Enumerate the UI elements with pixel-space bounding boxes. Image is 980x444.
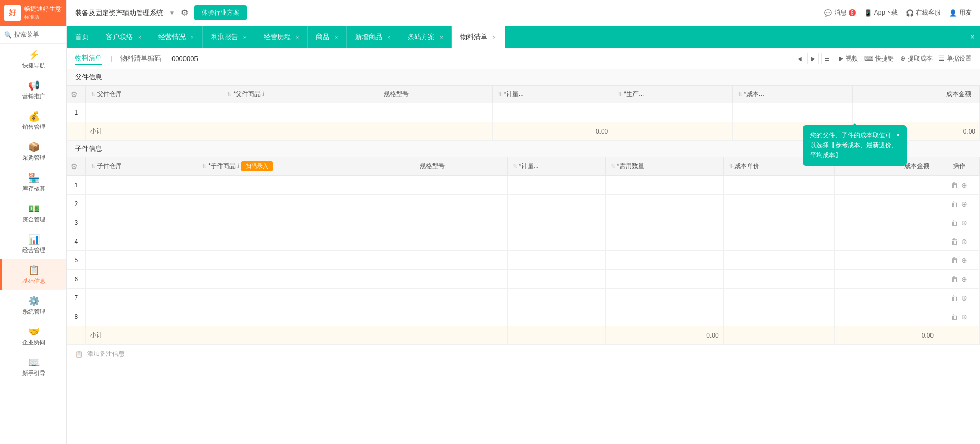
app-download-item[interactable]: 📱 App下载 xyxy=(864,8,898,17)
tab-home[interactable]: 首页 xyxy=(67,26,97,48)
delete-icon-4[interactable]: 🗑 xyxy=(951,237,958,246)
child-cell-qty-7[interactable] xyxy=(605,289,723,307)
parent-cell-spec-1[interactable] xyxy=(379,103,492,122)
copy-icon-5[interactable]: ⊕ xyxy=(961,256,967,265)
child-cell-qty-3[interactable] xyxy=(605,213,723,232)
copy-icon-8[interactable]: ⊕ xyxy=(961,313,967,321)
copy-icon-3[interactable]: ⊕ xyxy=(961,219,967,227)
delete-icon-2[interactable]: 🗑 xyxy=(951,200,958,208)
delete-icon-3[interactable]: 🗑 xyxy=(951,219,958,227)
scan-button[interactable]: 扫码录入 xyxy=(241,161,273,171)
gear-icon[interactable]: ⚙ xyxy=(181,8,188,18)
tab-operation[interactable]: 经营情况 × xyxy=(150,26,203,48)
nav-next-btn[interactable]: ▶ xyxy=(807,53,819,64)
tab-history-close[interactable]: × xyxy=(296,34,299,40)
tab-goods[interactable]: 商品 × xyxy=(308,26,347,48)
sidebar-item-operations[interactable]: 📊 经营管理 xyxy=(0,229,66,259)
sidebar-item-enterprise[interactable]: 🤝 企业协同 xyxy=(0,321,66,352)
child-cell-spec-2[interactable] xyxy=(415,195,507,213)
tab-customer-close[interactable]: × xyxy=(138,34,141,40)
copy-icon-4[interactable]: ⊕ xyxy=(961,237,967,246)
trial-button[interactable]: 体验行业方案 xyxy=(194,5,247,20)
delete-icon-1[interactable]: 🗑 xyxy=(951,181,958,189)
child-cell-spec-8[interactable] xyxy=(415,307,507,326)
sidebar-item-guide[interactable]: 📖 新手引导 xyxy=(0,352,66,382)
child-cell-product-7[interactable] xyxy=(197,289,415,307)
child-cell-unit-cost-8[interactable] xyxy=(723,307,834,326)
child-cell-warehouse-5[interactable] xyxy=(85,251,197,270)
delete-icon-8[interactable]: 🗑 xyxy=(951,313,958,321)
sidebar-item-system[interactable]: ⚙️ 系统管理 xyxy=(0,290,66,321)
parent-cell-cost-1[interactable] xyxy=(732,103,852,122)
parent-cell-product-1[interactable] xyxy=(222,103,379,122)
parent-cell-unit-1[interactable] xyxy=(492,103,612,122)
tab-customer[interactable]: 客户联络 × xyxy=(97,26,150,48)
view-btn[interactable]: ▶ 视频 xyxy=(839,54,858,63)
tab-profit-close[interactable]: × xyxy=(243,34,247,40)
tab-new-goods[interactable]: 新增商品 × xyxy=(347,26,399,48)
child-cell-qty-4[interactable] xyxy=(605,232,723,251)
child-cell-qty-2[interactable] xyxy=(605,195,723,213)
nav-prev-btn[interactable]: ◀ xyxy=(794,53,805,64)
nav-menu-btn[interactable]: ☰ xyxy=(821,53,832,64)
child-cell-warehouse-1[interactable] xyxy=(85,176,197,195)
child-cell-unit-5[interactable] xyxy=(507,251,605,270)
child-cell-product-1[interactable] xyxy=(197,176,415,195)
child-cell-unit-1[interactable] xyxy=(507,176,605,195)
child-cell-qty-1[interactable] xyxy=(605,176,723,195)
tab-profit[interactable]: 利润报告 × xyxy=(203,26,255,48)
copy-icon-2[interactable]: ⊕ xyxy=(961,200,967,208)
sidebar-item-finance[interactable]: 💵 资金管理 xyxy=(0,198,66,229)
parent-cell-warehouse-1[interactable] xyxy=(85,103,222,122)
online-service-item[interactable]: 🎧 在线客服 xyxy=(906,8,941,17)
child-cell-unit-8[interactable] xyxy=(507,307,605,326)
child-cell-qty-8[interactable] xyxy=(605,307,723,326)
child-cell-unit-cost-2[interactable] xyxy=(723,195,834,213)
sidebar-item-basic-info[interactable]: 📋 基础信息 xyxy=(0,259,66,290)
delete-icon-5[interactable]: 🗑 xyxy=(951,256,958,265)
child-cell-unit-7[interactable] xyxy=(507,289,605,307)
delete-icon-7[interactable]: 🗑 xyxy=(951,294,958,302)
child-cell-unit-4[interactable] xyxy=(507,232,605,251)
tabs-close-all[interactable]: × xyxy=(965,32,980,42)
content-tab-bom[interactable]: 物料清单 xyxy=(75,52,102,65)
sidebar-item-marketing[interactable]: 📢 营销推广 xyxy=(0,75,66,105)
single-setting-btn[interactable]: ☰ 单据设置 xyxy=(939,54,972,63)
tab-new-goods-close[interactable]: × xyxy=(387,34,390,40)
delete-icon-6[interactable]: 🗑 xyxy=(951,275,958,283)
child-cell-unit-cost-3[interactable] xyxy=(723,213,834,232)
child-cell-qty-6[interactable] xyxy=(605,270,723,289)
sidebar-item-sales[interactable]: 💰 销售管理 xyxy=(0,105,66,136)
copy-icon-7[interactable]: ⊕ xyxy=(961,294,967,302)
child-cell-unit-6[interactable] xyxy=(507,270,605,289)
copy-icon-1[interactable]: ⊕ xyxy=(961,181,967,189)
user-item[interactable]: 👤 用友 xyxy=(949,8,972,17)
child-cell-warehouse-2[interactable] xyxy=(85,195,197,213)
child-cell-product-2[interactable] xyxy=(197,195,415,213)
tab-bom-close[interactable]: × xyxy=(493,34,496,40)
tab-bom[interactable]: 物料清单 × xyxy=(452,26,505,48)
child-cell-unit-3[interactable] xyxy=(507,213,605,232)
child-cell-spec-1[interactable] xyxy=(415,176,507,195)
tab-history[interactable]: 经营历程 × xyxy=(255,26,308,48)
extract-cost-btn[interactable]: ⊕ 提取成本 xyxy=(900,54,933,63)
child-cell-product-8[interactable] xyxy=(197,307,415,326)
sidebar-item-inventory[interactable]: 🏪 库存核算 xyxy=(0,167,66,198)
child-cell-warehouse-3[interactable] xyxy=(85,213,197,232)
child-cell-unit-cost-6[interactable] xyxy=(723,270,834,289)
child-cell-product-3[interactable] xyxy=(197,213,415,232)
shortcut-btn[interactable]: ⌨ 快捷键 xyxy=(864,54,894,63)
child-cell-product-6[interactable] xyxy=(197,270,415,289)
child-table-settings-icon[interactable]: ⚙ xyxy=(71,162,78,171)
child-cell-warehouse-8[interactable] xyxy=(85,307,197,326)
sidebar-item-purchase[interactable]: 📦 采购管理 xyxy=(0,136,66,167)
table-settings-icon[interactable]: ⚙ xyxy=(71,90,78,99)
child-cell-unit-cost-7[interactable] xyxy=(723,289,834,307)
dropdown-arrow-icon[interactable]: ▼ xyxy=(169,10,175,16)
child-cell-spec-6[interactable] xyxy=(415,270,507,289)
child-cell-unit-cost-4[interactable] xyxy=(723,232,834,251)
child-cell-product-5[interactable] xyxy=(197,251,415,270)
child-cell-unit-2[interactable] xyxy=(507,195,605,213)
tab-barcode-close[interactable]: × xyxy=(440,34,443,40)
child-cell-spec-3[interactable] xyxy=(415,213,507,232)
